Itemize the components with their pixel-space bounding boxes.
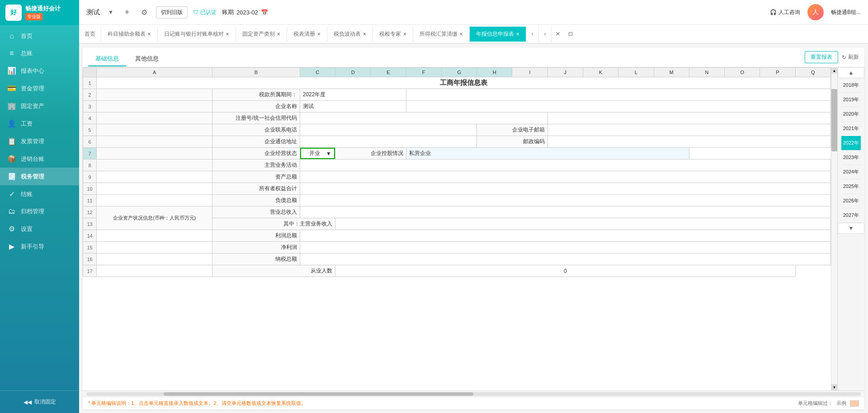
cell-6-C[interactable] bbox=[300, 136, 476, 148]
sidebar-bottom: ◀◀ 取消固定 bbox=[0, 390, 79, 413]
sidebar-item-reports[interactable]: 📊报表中心 bbox=[0, 62, 79, 80]
h-scroll-track[interactable] bbox=[86, 392, 861, 396]
cell-7-J[interactable]: 私营企业 bbox=[406, 148, 689, 160]
tab-home[interactable]: 首页 bbox=[79, 27, 101, 42]
year-item-2021年[interactable]: 2021年 bbox=[841, 122, 861, 136]
tab-tax-return[interactable]: 税表清册 ✕ bbox=[287, 27, 327, 42]
tab-tax-expert-close[interactable]: ✕ bbox=[403, 32, 406, 37]
tab-journal[interactable]: 日记账与银行对账单核对 ✕ bbox=[158, 27, 236, 42]
cell-17-B: 从业人数 bbox=[212, 265, 335, 277]
cell-16-C[interactable] bbox=[300, 253, 830, 265]
horizontal-scrollbar[interactable] bbox=[83, 390, 864, 397]
header-dropdown-button[interactable]: ▼ bbox=[105, 7, 116, 18]
tab-annual-report-close[interactable]: ✕ bbox=[516, 32, 519, 37]
sub-tab-other[interactable]: 其他信息 bbox=[128, 52, 166, 66]
consult-button[interactable]: 🎧 人工咨询 bbox=[770, 9, 800, 16]
year-item-2024年[interactable]: 2024年 bbox=[841, 165, 861, 179]
tab-annual-report[interactable]: 年报信息申报表 ✕ bbox=[470, 27, 526, 42]
tab-journal-close[interactable]: ✕ bbox=[226, 32, 229, 37]
cell-7-C[interactable]: 开业 ▼ bbox=[300, 148, 335, 159]
switch-old-button[interactable]: 切到旧版 bbox=[156, 6, 188, 19]
cell-1-title[interactable]: 工商年报信息表 bbox=[97, 77, 831, 89]
vertical-scrollbar[interactable]: ▲ ▼ bbox=[831, 67, 837, 390]
table-row: 9 资产总额 bbox=[83, 171, 831, 183]
tab-fixed-asset-close[interactable]: ✕ bbox=[277, 32, 280, 37]
sub-tab-basic[interactable]: 基础信息 bbox=[88, 52, 126, 66]
tab-expand[interactable]: ⊡ bbox=[564, 25, 577, 43]
cell-14-C[interactable] bbox=[300, 230, 830, 242]
scroll-track[interactable] bbox=[831, 74, 837, 384]
cell-10-C[interactable] bbox=[300, 183, 830, 195]
calendar-icon[interactable]: 📅 bbox=[261, 9, 268, 16]
cell-5-I: 企业电子邮箱 bbox=[477, 124, 548, 136]
cell-12-C[interactable] bbox=[300, 206, 830, 218]
header-add-button[interactable]: + bbox=[122, 7, 132, 18]
user-name[interactable]: 畅捷通B组... bbox=[831, 9, 861, 16]
year-item-2023年[interactable]: 2023年 bbox=[841, 150, 861, 165]
year-item-2018年[interactable]: 2018年 bbox=[841, 78, 861, 93]
tab-subsidiary-close[interactable]: ✕ bbox=[147, 32, 151, 37]
cell-15-C[interactable] bbox=[300, 242, 830, 253]
year-scroll-up[interactable]: ▲ bbox=[838, 67, 864, 78]
tab-close-all[interactable]: ✕ bbox=[552, 25, 564, 43]
year-item-2027年[interactable]: 2027年 bbox=[841, 208, 861, 223]
period-info: 账期 2023-02 📅 bbox=[222, 8, 268, 16]
tab-income-tax-close[interactable]: ✕ bbox=[459, 32, 463, 37]
tab-fixed-asset-type[interactable]: 固定资产类别 ✕ bbox=[236, 27, 287, 42]
tab-tax-risk[interactable]: 税负波动表 ✕ bbox=[327, 27, 373, 42]
year-item-2025年[interactable]: 2025年 bbox=[841, 179, 861, 194]
tab-income-tax[interactable]: 所得税汇算清缴 ✕ bbox=[413, 27, 470, 42]
cell-8-C[interactable] bbox=[300, 160, 830, 171]
user-avatar[interactable]: 人 bbox=[807, 4, 824, 20]
sidebar-item-label: 首页 bbox=[21, 32, 33, 40]
tab-tax-expert[interactable]: 税检专家 ✕ bbox=[373, 27, 413, 42]
cell-2-B: 税款所属期间： bbox=[212, 89, 300, 101]
sidebar-item-guide[interactable]: ▶新手引导 bbox=[0, 238, 79, 255]
headset-icon: 🎧 bbox=[770, 9, 777, 15]
sidebar-item-closing[interactable]: ✓结账 bbox=[0, 185, 79, 203]
year-item-2026年[interactable]: 2026年 bbox=[841, 194, 861, 208]
cell-3-C[interactable]: 测试 bbox=[300, 101, 406, 113]
sidebar-item-inventory[interactable]: 📦进销台账 bbox=[0, 150, 79, 168]
sidebar-item-funds[interactable]: 💳资金管理 bbox=[0, 80, 79, 97]
scroll-up-button[interactable]: ▲ bbox=[831, 67, 837, 74]
sidebar-item-label: 结账 bbox=[21, 190, 33, 198]
h-scroll-thumb[interactable] bbox=[164, 392, 473, 396]
sidebar-item-assets[interactable]: 🏢固定资产 bbox=[0, 97, 79, 115]
header-settings-button[interactable]: ⚙ bbox=[138, 6, 151, 19]
scroll-thumb[interactable] bbox=[831, 89, 837, 151]
sidebar-item-ledger[interactable]: ≡总账 bbox=[0, 45, 79, 62]
tab-nav-prev[interactable]: ‹ bbox=[526, 25, 539, 43]
sidebar-item-settings[interactable]: ⚙设置 bbox=[0, 220, 79, 238]
year-item-2020年[interactable]: 2020年 bbox=[841, 107, 861, 122]
sidebar-item-invoices[interactable]: 📋发票管理 bbox=[0, 132, 79, 150]
tab-tax-return-close[interactable]: ✕ bbox=[317, 32, 321, 37]
sidebar-item-wages[interactable]: 👤工资 bbox=[0, 115, 79, 132]
year-item-2019年[interactable]: 2019年 bbox=[841, 93, 861, 107]
cell-13-D[interactable] bbox=[335, 218, 830, 230]
tab-subsidiary[interactable]: 科目辅助余额表 ✕ bbox=[101, 27, 158, 42]
cell-9-C[interactable] bbox=[300, 171, 830, 183]
cell-6-J[interactable] bbox=[547, 136, 830, 148]
year-scroll-down[interactable]: ▼ bbox=[838, 223, 864, 234]
cell-17-D[interactable]: 0 bbox=[335, 265, 795, 277]
cell-4-C[interactable] bbox=[300, 113, 547, 124]
sidebar-item-tax[interactable]: 🧾税务管理 bbox=[0, 168, 79, 185]
unpin-button[interactable]: ◀◀ 取消固定 bbox=[0, 394, 79, 409]
sidebar-item-archive[interactable]: 🗂归档管理 bbox=[0, 203, 79, 220]
tab-tax-risk-close[interactable]: ✕ bbox=[363, 32, 366, 37]
cell-5-C[interactable] bbox=[300, 124, 476, 136]
col-header-H: H bbox=[477, 68, 512, 77]
spreadsheet-main[interactable]: A B C D E F G H I J K L bbox=[83, 67, 831, 390]
logo-icon: 好 bbox=[5, 5, 22, 21]
refresh-button[interactable]: ↻ 刷新 bbox=[842, 53, 859, 61]
cell-5-J[interactable] bbox=[547, 124, 830, 136]
col-header-B: B bbox=[212, 68, 300, 77]
reset-button[interactable]: 重置报表 bbox=[805, 51, 838, 63]
cell-11-C[interactable] bbox=[300, 195, 830, 206]
cell-2-C[interactable]: 2022年度 bbox=[300, 89, 406, 101]
sidebar-item-home[interactable]: ⌂首页 bbox=[0, 28, 79, 45]
scroll-down-button[interactable]: ▼ bbox=[831, 384, 837, 390]
year-item-2022年[interactable]: 2022年 bbox=[841, 136, 861, 150]
tab-nav-next[interactable]: › bbox=[539, 25, 552, 43]
